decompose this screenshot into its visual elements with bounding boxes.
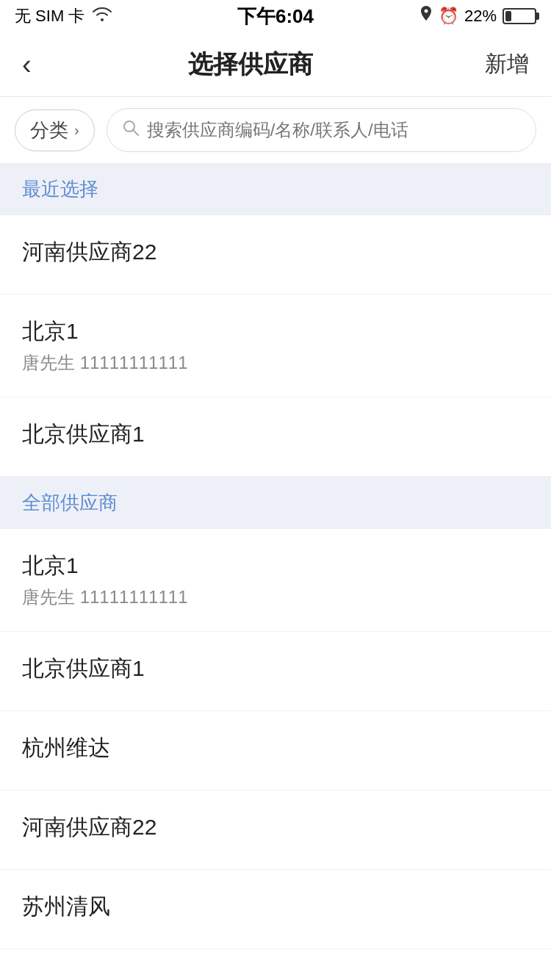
status-right: ⏰ 22% — [419, 6, 536, 26]
battery-icon — [503, 8, 536, 24]
list-item[interactable]: 河南供应商22 — [0, 790, 551, 870]
all-items-list: 北京1 唐先生 11111111111 北京供应商1 杭州维达 河南供应商22 … — [0, 529, 551, 949]
recent-items-list: 河南供应商22 北京1 唐先生 11111111111 北京供应商1 — [0, 215, 551, 477]
search-input[interactable] — [147, 120, 521, 140]
list-item[interactable]: 北京供应商1 — [0, 397, 551, 477]
item-name: 河南供应商22 — [22, 813, 529, 843]
item-sub: 唐先生 11111111111 — [22, 351, 529, 375]
item-name: 北京供应商1 — [22, 419, 529, 450]
status-left: 无 SIM 卡 — [15, 5, 112, 27]
battery-percentage: 22% — [464, 7, 497, 26]
filter-bar: 分类 › — [0, 97, 551, 163]
status-bar: 无 SIM 卡 下午6:04 ⏰ 22% — [0, 0, 551, 32]
category-button[interactable]: 分类 › — [15, 109, 95, 151]
search-box — [107, 108, 536, 152]
item-name: 北京1 — [22, 551, 529, 581]
list-item[interactable]: 北京1 唐先生 11111111111 — [0, 529, 551, 632]
page-title: 选择供应商 — [32, 48, 470, 82]
alarm-icon: ⏰ — [439, 7, 458, 26]
back-button[interactable]: ‹ — [22, 51, 32, 79]
chevron-right-icon: › — [74, 122, 79, 139]
list-item[interactable]: 苏州清风 — [0, 870, 551, 949]
wifi-icon — [92, 7, 112, 26]
all-section-title: 全部供应商 — [22, 491, 118, 514]
nav-bar: ‹ 选择供应商 新增 — [0, 32, 551, 97]
search-icon — [122, 119, 140, 142]
all-section-header: 全部供应商 — [0, 477, 551, 529]
list-item[interactable]: 河南供应商22 — [0, 215, 551, 295]
svg-line-1 — [133, 130, 138, 135]
item-name: 苏州清风 — [22, 892, 529, 922]
item-name: 北京供应商1 — [22, 654, 529, 684]
recent-section-header: 最近选择 — [0, 163, 551, 215]
item-name: 杭州维达 — [22, 733, 529, 763]
item-sub: 唐先生 11111111111 — [22, 586, 529, 609]
location-icon — [419, 6, 433, 26]
list-item[interactable]: 北京供应商1 — [0, 632, 551, 711]
list-item[interactable]: 北京1 唐先生 11111111111 — [0, 295, 551, 397]
item-name: 河南供应商22 — [22, 237, 529, 267]
carrier-text: 无 SIM 卡 — [15, 5, 84, 27]
item-name: 北京1 — [22, 317, 529, 347]
list-item[interactable]: 杭州维达 — [0, 711, 551, 790]
add-button[interactable]: 新增 — [470, 49, 529, 79]
status-time: 下午6:04 — [237, 4, 314, 29]
recent-section-title: 最近选择 — [22, 178, 98, 200]
category-label: 分类 — [30, 118, 68, 143]
